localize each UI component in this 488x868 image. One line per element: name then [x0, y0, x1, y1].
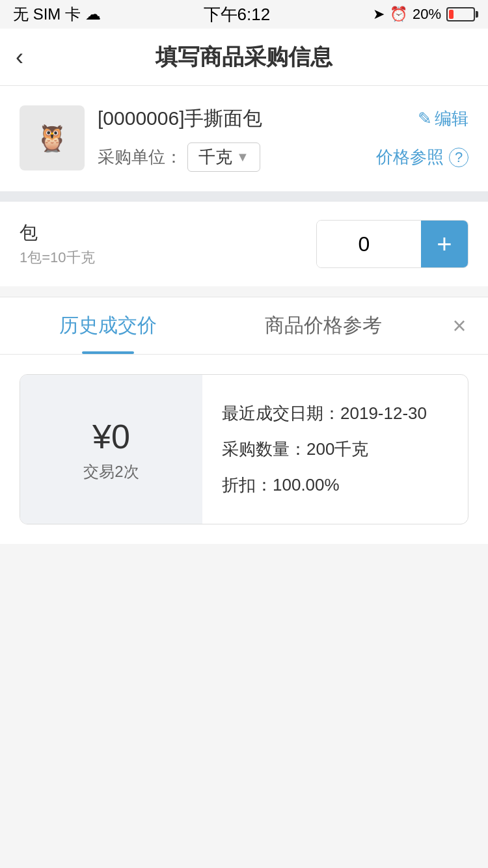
- history-content: ¥0 交易2次 最近成交日期：2019-12-30 采购数量：200千克 折扣：…: [0, 355, 488, 544]
- quantity-input[interactable]: [317, 221, 421, 267]
- unit-row: 采购单位： 千克 ▼ 价格参照 ?: [98, 142, 468, 172]
- location-icon: ➤: [373, 6, 385, 23]
- quantity-section: 包 1包=10千克 +: [0, 202, 488, 286]
- product-details: [0000006]手撕面包 ✎ 编辑 采购单位： 千克 ▼ 价格参照 ?: [98, 105, 468, 172]
- unit-label: 采购单位：: [98, 146, 182, 169]
- nav-bar: ‹ 填写商品采购信息: [0, 29, 488, 86]
- product-name: [0000006]手撕面包: [98, 105, 262, 132]
- edit-button[interactable]: ✎ 编辑: [418, 107, 468, 130]
- battery-fill: [449, 10, 454, 19]
- purchase-quantity-row: 采购数量：200千克: [222, 437, 448, 462]
- sim-signal-text: 无 SIM 卡 ☁: [13, 4, 101, 25]
- price-card-left: ¥0 交易2次: [20, 375, 202, 524]
- status-left: 无 SIM 卡 ☁: [13, 4, 101, 25]
- battery-percent: 20%: [413, 6, 441, 23]
- page-title: 填写商品采购信息: [156, 42, 332, 72]
- recent-date-label: 最近成交日期：: [222, 403, 340, 423]
- tab-product-price-ref[interactable]: 商品价格参考: [215, 297, 431, 354]
- product-logo-icon: 🦉: [36, 123, 68, 154]
- alarm-icon: ⏰: [390, 6, 407, 23]
- quantity-plus-button[interactable]: +: [421, 221, 468, 267]
- trade-count: 交易2次: [83, 461, 139, 482]
- discount-value: 100.00%: [273, 475, 340, 495]
- battery-icon: [446, 7, 475, 21]
- unit-chevron-icon: ▼: [236, 150, 249, 165]
- quantity-left: 包 1包=10千克: [20, 221, 95, 267]
- tab-history-price[interactable]: 历史成交价: [0, 297, 215, 354]
- discount-row: 折扣：100.00%: [222, 472, 448, 498]
- unit-value: 千克: [198, 146, 232, 169]
- unit-select[interactable]: 千克 ▼: [187, 142, 260, 172]
- recent-date-row: 最近成交日期：2019-12-30: [222, 401, 448, 426]
- tabs-header: 历史成交价 商品价格参考 ×: [0, 297, 488, 355]
- tab-close-button[interactable]: ×: [431, 297, 488, 355]
- discount-label: 折扣：: [222, 475, 273, 495]
- product-thumbnail: 🦉: [20, 105, 85, 170]
- quantity-unit-label: 包: [20, 221, 95, 245]
- product-section: 🦉 [0000006]手撕面包 ✎ 编辑 采购单位： 千克 ▼: [0, 86, 488, 191]
- status-right: ➤ ⏰ 20%: [373, 6, 475, 23]
- price-card: ¥0 交易2次 最近成交日期：2019-12-30 采购数量：200千克 折扣：…: [20, 374, 468, 524]
- product-row: 🦉 [0000006]手撕面包 ✎ 编辑 采购单位： 千克 ▼: [20, 105, 468, 172]
- status-bar: 无 SIM 卡 ☁ 下午6:12 ➤ ⏰ 20%: [0, 0, 488, 29]
- quantity-label: 采购数量：: [222, 439, 306, 459]
- quantity-input-group: +: [316, 220, 468, 268]
- recent-date-value: 2019-12-30: [340, 403, 427, 423]
- price-ref-label: 价格参照: [376, 146, 444, 169]
- back-button[interactable]: ‹: [16, 44, 23, 71]
- price-ref-button[interactable]: 价格参照 ?: [376, 146, 468, 169]
- edit-icon: ✎: [418, 109, 432, 129]
- quantity-sub-label: 1包=10千克: [20, 248, 95, 267]
- quantity-value: 200千克: [306, 439, 368, 459]
- tabs-section: 历史成交价 商品价格参考 × ¥0 交易2次 最近成交日期：2019-12-30…: [0, 297, 488, 544]
- edit-label: 编辑: [435, 107, 468, 130]
- price-value: ¥0: [92, 417, 130, 456]
- price-ref-help-icon: ?: [449, 148, 468, 167]
- price-card-right: 最近成交日期：2019-12-30 采购数量：200千克 折扣：100.00%: [202, 375, 468, 524]
- product-name-row: [0000006]手撕面包 ✎ 编辑: [98, 105, 468, 132]
- status-time: 下午6:12: [204, 3, 271, 26]
- section-divider: [0, 191, 488, 202]
